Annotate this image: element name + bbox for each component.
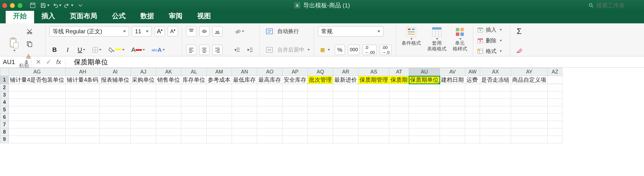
cell-AK9[interactable] bbox=[156, 136, 181, 143]
borders-button[interactable] bbox=[90, 45, 103, 55]
cell-AS5[interactable] bbox=[358, 106, 389, 114]
cell-AT8[interactable] bbox=[389, 128, 409, 136]
cell-AZ1[interactable] bbox=[548, 76, 562, 84]
cell-AT5[interactable] bbox=[389, 106, 409, 114]
cell-AY1[interactable]: 商品自定义项 bbox=[511, 76, 548, 84]
conditional-formatting-button[interactable]: 条件格式 bbox=[400, 26, 423, 46]
row-header-4[interactable]: 4 bbox=[0, 99, 9, 106]
cell-AH2[interactable] bbox=[66, 84, 100, 91]
cell-AJ9[interactable] bbox=[131, 136, 156, 143]
autosave-icon[interactable] bbox=[28, 2, 38, 9]
cell-AN2[interactable] bbox=[232, 84, 257, 91]
cell-AL3[interactable] bbox=[181, 91, 207, 99]
column-header-AK[interactable]: AK bbox=[156, 68, 181, 76]
cell-AV5[interactable] bbox=[440, 106, 465, 114]
cell-AU5[interactable] bbox=[409, 106, 440, 114]
cell-AS2[interactable] bbox=[358, 84, 389, 91]
save-icon[interactable] bbox=[40, 2, 50, 9]
cell-AT7[interactable] bbox=[389, 121, 409, 128]
search-area[interactable] bbox=[588, 2, 642, 9]
copy-button[interactable] bbox=[24, 39, 35, 49]
cell-AL1[interactable]: 库存单位 bbox=[181, 76, 207, 84]
cell-AL6[interactable] bbox=[181, 114, 207, 121]
confirm-formula-button[interactable]: ✓ bbox=[46, 58, 51, 66]
cell-AS1[interactable]: 保质期管理 bbox=[358, 76, 389, 84]
cell-AI1[interactable]: 报表辅单位 bbox=[100, 76, 131, 84]
insert-cells-button[interactable]: + 插入 bbox=[477, 26, 506, 34]
clear-button[interactable] bbox=[514, 45, 525, 55]
align-center-button[interactable] bbox=[199, 45, 209, 55]
cell-AP7[interactable] bbox=[282, 121, 308, 128]
row-header-7[interactable]: 7 bbox=[0, 121, 9, 128]
cell-AL4[interactable] bbox=[181, 99, 207, 106]
cell-AO9[interactable] bbox=[257, 136, 282, 143]
cell-AO1[interactable]: 最高库存 bbox=[257, 76, 282, 84]
cell-AM5[interactable] bbox=[207, 106, 232, 114]
font-size-combo[interactable]: 11 bbox=[132, 26, 152, 36]
align-middle-button[interactable] bbox=[199, 26, 209, 36]
cell-AV2[interactable] bbox=[440, 84, 465, 91]
cell-AK3[interactable] bbox=[156, 91, 181, 99]
column-header-AY[interactable]: AY bbox=[511, 68, 548, 76]
cell-AZ5[interactable] bbox=[548, 106, 562, 114]
cell-AO3[interactable] bbox=[257, 91, 282, 99]
cell-AX4[interactable] bbox=[480, 99, 511, 106]
cell-AY9[interactable] bbox=[511, 136, 548, 143]
cell-AZ8[interactable] bbox=[548, 128, 562, 136]
cell-AS4[interactable] bbox=[358, 99, 389, 106]
cell-AK7[interactable] bbox=[156, 121, 181, 128]
cell-AP1[interactable]: 安全库存 bbox=[282, 76, 308, 84]
merge-center-icon[interactable] bbox=[264, 45, 275, 55]
cell-AS7[interactable] bbox=[358, 121, 389, 128]
cell-AN1[interactable]: 最低库存 bbox=[232, 76, 257, 84]
column-header-AZ[interactable]: AZ bbox=[548, 68, 562, 76]
column-header-AN[interactable]: AN bbox=[232, 68, 257, 76]
cell-AW5[interactable] bbox=[465, 106, 480, 114]
cell-AM9[interactable] bbox=[207, 136, 232, 143]
cell-AU8[interactable] bbox=[409, 128, 440, 136]
font-name-combo[interactable]: 等线 Regular (正文) bbox=[49, 26, 129, 36]
cell-AV4[interactable] bbox=[440, 99, 465, 106]
cell-AS9[interactable] bbox=[358, 136, 389, 143]
tab-view[interactable]: 视图 bbox=[190, 9, 218, 23]
cell-AT4[interactable] bbox=[389, 99, 409, 106]
cell-AK2[interactable] bbox=[156, 84, 181, 91]
cancel-formula-button[interactable]: ✕ bbox=[36, 58, 41, 66]
cell-AV1[interactable]: 建档日期 bbox=[440, 76, 465, 84]
cell-AG9[interactable] bbox=[9, 136, 66, 143]
close-window-button[interactable] bbox=[2, 3, 7, 8]
cell-AZ6[interactable] bbox=[548, 114, 562, 121]
cell-AH5[interactable] bbox=[66, 106, 100, 114]
cell-AJ2[interactable] bbox=[131, 84, 156, 91]
cell-AX8[interactable] bbox=[480, 128, 511, 136]
formula-input[interactable] bbox=[70, 58, 644, 66]
cell-AI3[interactable] bbox=[100, 91, 131, 99]
spreadsheet-grid[interactable]: AGAHAIAJAKALAMANAOAPAQARASATAUAVAWAXAYAZ… bbox=[0, 68, 644, 143]
undo-button[interactable] bbox=[51, 2, 62, 9]
increase-decimal-button[interactable]: .0←.00 bbox=[363, 45, 377, 55]
cell-AO4[interactable] bbox=[257, 99, 282, 106]
search-input[interactable] bbox=[596, 2, 642, 9]
cell-AG8[interactable] bbox=[9, 128, 66, 136]
column-header-AG[interactable]: AG bbox=[9, 68, 66, 76]
currency-button[interactable] bbox=[318, 45, 332, 55]
row-header-3[interactable]: 3 bbox=[0, 91, 9, 99]
orientation-button[interactable]: ab bbox=[232, 26, 246, 36]
cell-AJ7[interactable] bbox=[131, 121, 156, 128]
comma-button[interactable]: 000 bbox=[348, 45, 360, 55]
cell-AW8[interactable] bbox=[465, 128, 480, 136]
cell-AZ3[interactable] bbox=[548, 91, 562, 99]
cell-styles-button[interactable]: 单元 格样式 bbox=[451, 26, 469, 52]
cell-AS3[interactable] bbox=[358, 91, 389, 99]
cell-AP8[interactable] bbox=[282, 128, 308, 136]
tab-review[interactable]: 审阅 bbox=[161, 9, 190, 23]
cell-AL7[interactable] bbox=[181, 121, 207, 128]
autosum-button[interactable]: Σ bbox=[514, 26, 524, 36]
tab-layout[interactable]: 页面布局 bbox=[63, 9, 105, 23]
cell-AV6[interactable] bbox=[440, 114, 465, 121]
cell-AW3[interactable] bbox=[465, 91, 480, 99]
cell-AR5[interactable] bbox=[333, 106, 358, 114]
cell-AV9[interactable] bbox=[440, 136, 465, 143]
cell-AM8[interactable] bbox=[207, 128, 232, 136]
minimize-window-button[interactable] bbox=[10, 3, 15, 8]
